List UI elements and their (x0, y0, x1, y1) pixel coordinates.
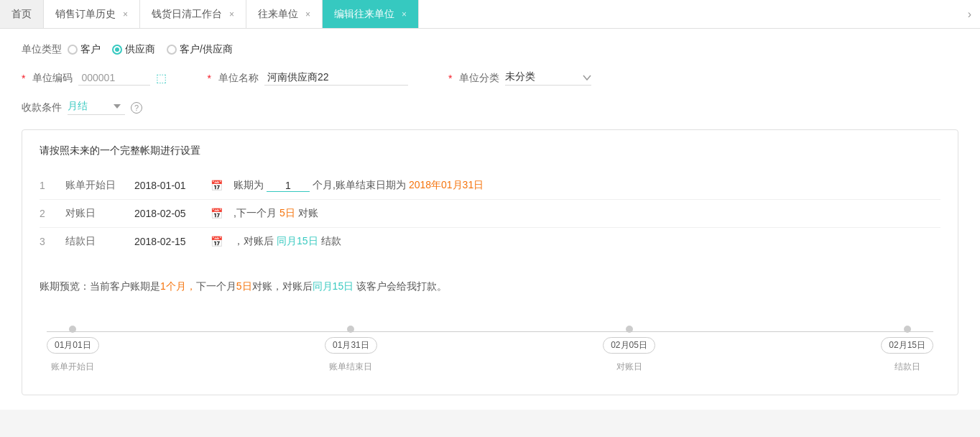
timeline-point-3: 02月05日 对账日 (603, 326, 655, 373)
help-icon[interactable]: ? (131, 102, 142, 114)
timeline-point-1: 01月01日 账单开始日 (47, 326, 99, 373)
tab-cash-work-close[interactable]: × (229, 9, 234, 19)
timeline-dot-1 (69, 326, 76, 333)
step-3-desc-suffix: 结款 (321, 235, 341, 248)
unit-details-row: * 单位编码 ⬚ * 单位名称 * 单位分类 未分类 (22, 70, 958, 86)
unit-code-required: * (22, 73, 25, 84)
step-3-date: 2018-02-15 (134, 236, 199, 247)
tab-cash-work-label: 钱货日清工作台 (152, 8, 222, 21)
timeline-label-2: 账单结束日 (329, 361, 372, 373)
payment-condition-chevron-icon (114, 104, 121, 109)
step-row-1: 1 账单开始日 2018-01-01 📅 账期为 个月,账单结束日期为 2018… (40, 172, 940, 200)
copy-icon[interactable]: ⬚ (156, 71, 167, 85)
radio-supplier[interactable]: 供应商 (112, 43, 155, 56)
steps-table: 1 账单开始日 2018-01-01 📅 账期为 个月,账单结束日期为 2018… (40, 172, 940, 255)
timeline-dot-4 (904, 326, 911, 333)
tab-cash-work[interactable]: 钱货日清工作台 × (140, 0, 246, 28)
tabs-bar: 首页 销售订单历史 × 钱货日清工作台 × 往来单位 × 编辑往来单位 × › (0, 0, 980, 29)
unit-classification-required: * (448, 73, 452, 84)
timeline-badge-2: 01月31日 (325, 337, 377, 354)
step-3-highlight2: 同月15日 (277, 235, 318, 248)
unit-code-label: 单位编码 (32, 72, 73, 85)
timeline-badge-3: 02月05日 (603, 337, 655, 354)
preview-text: 账期预览：当前客户账期是1个月，下一个月5日对账，对账后同月15日 该客户会给我… (40, 278, 940, 294)
unit-code-field: * 单位编码 ⬚ (22, 70, 167, 86)
radio-both[interactable]: 客户/供应商 (167, 43, 233, 56)
tab-edit-trading-unit-label: 编辑往来单位 (334, 8, 394, 21)
timeline-point-2: 01月31日 账单结束日 (325, 326, 377, 373)
inner-box-title: 请按照未来的一个完整帐期进行设置 (40, 144, 940, 157)
step-1-num: 1 (40, 180, 54, 191)
unit-classification-select[interactable]: 未分类 (505, 70, 591, 86)
tab-edit-trading-unit-close[interactable]: × (402, 9, 407, 19)
tab-trading-unit-label: 往来单位 (258, 8, 298, 21)
step-1-calendar-icon[interactable]: 📅 (211, 180, 222, 191)
unit-type-radio-group: 客户 供应商 客户/供应商 (68, 43, 233, 56)
timeline-dot-2 (347, 326, 354, 333)
radio-supplier-label: 供应商 (125, 43, 155, 56)
payment-condition-field: 收款条件 月结 ? (22, 100, 142, 115)
tab-trading-unit[interactable]: 往来单位 × (246, 0, 323, 28)
tab-trading-unit-close[interactable]: × (305, 9, 310, 19)
step-3-label: 结款日 (65, 235, 123, 248)
preview-prefix: 账期预览：当前客户账期是 (40, 280, 160, 292)
unit-code-input[interactable] (78, 70, 150, 86)
step-1-date: 2018-01-01 (134, 180, 199, 191)
payment-condition-select[interactable]: 月结 (68, 100, 125, 115)
unit-classification-value: 未分类 (505, 70, 548, 83)
payment-condition-label: 收款条件 (22, 101, 62, 114)
preview-reconcile: 5日 (236, 280, 252, 292)
timeline-point-4: 02月15日 结款日 (881, 326, 933, 373)
tab-home-label: 首页 (11, 8, 32, 21)
unit-classification-label: 单位分类 (459, 72, 499, 85)
preview-reconcile-prefix: 下一个月 (196, 280, 236, 292)
step-1-desc-suffix: 个月,账单结束日期为 (313, 179, 406, 192)
radio-customer-label: 客户 (80, 43, 101, 56)
unit-type-label: 单位类型 (22, 43, 62, 56)
unit-name-required: * (207, 73, 211, 84)
unit-name-input[interactable] (264, 70, 408, 86)
tab-edit-trading-unit[interactable]: 编辑往来单位 × (323, 0, 419, 28)
step-1-description: 账期为 个月,账单结束日期为 2018年01月31日 (234, 179, 484, 192)
step-2-highlight1: 5日 (279, 207, 295, 220)
unit-name-field: * 单位名称 (207, 70, 407, 86)
tab-sales-history-close[interactable]: × (123, 9, 128, 19)
preview-reconcile-suffix: 对账，对账后 (252, 280, 313, 292)
main-content: 单位类型 客户 供应商 客户/供应商 * 单位编码 (0, 29, 980, 410)
unit-type-row: 单位类型 客户 供应商 客户/供应商 (22, 43, 958, 56)
radio-customer[interactable]: 客户 (68, 43, 101, 56)
step-2-num: 2 (40, 208, 54, 219)
step-2-desc-prefix: ,下一个月 (234, 207, 277, 220)
timeline-badge-4: 02月15日 (881, 337, 933, 354)
period-input[interactable] (267, 180, 310, 192)
step-1-end-date: 2018年01月31日 (409, 179, 484, 192)
tab-sales-history[interactable]: 销售订单历史 × (44, 0, 140, 28)
preview-period: 1个月， (160, 280, 196, 292)
step-2-calendar-icon[interactable]: 📅 (211, 208, 222, 219)
preview-suffix: 该客户会给我打款。 (356, 280, 447, 292)
radio-both-label: 客户/供应商 (180, 43, 233, 56)
tab-sales-history-label: 销售订单历史 (55, 8, 116, 21)
tab-more-button[interactable]: › (959, 8, 980, 21)
unit-type-field: 单位类型 客户 供应商 客户/供应商 (22, 43, 233, 56)
step-3-calendar-icon[interactable]: 📅 (211, 236, 222, 247)
timeline-badge-1: 01月01日 (47, 337, 99, 354)
step-row-2: 2 对账日 2018-02-05 📅 ,下一个月5日对账 (40, 200, 940, 228)
radio-both-circle (167, 45, 177, 55)
tab-home[interactable]: 首页 (0, 0, 44, 28)
step-2-date: 2018-02-05 (134, 208, 199, 219)
step-2-label: 对账日 (65, 207, 123, 220)
step-1-desc-prefix: 账期为 (234, 179, 264, 192)
timeline-label-4: 结款日 (895, 361, 920, 373)
payment-condition-row: 收款条件 月结 ? (22, 100, 958, 115)
step-3-num: 3 (40, 236, 54, 247)
step-2-desc-suffix: 对账 (298, 207, 318, 220)
timeline-label-3: 对账日 (616, 361, 642, 373)
timeline-container: 01月01日 账单开始日 01月31日 账单结束日 02月05日 对账日 (40, 311, 940, 380)
classification-chevron-icon (583, 75, 591, 80)
step-row-3: 3 结款日 2018-02-15 📅 ，对账后同月15日结款 (40, 228, 940, 255)
unit-classification-field: * 单位分类 未分类 (448, 70, 591, 86)
unit-name-label: 单位名称 (218, 72, 259, 85)
step-1-label: 账单开始日 (65, 179, 123, 192)
timeline-dot-3 (626, 326, 633, 333)
